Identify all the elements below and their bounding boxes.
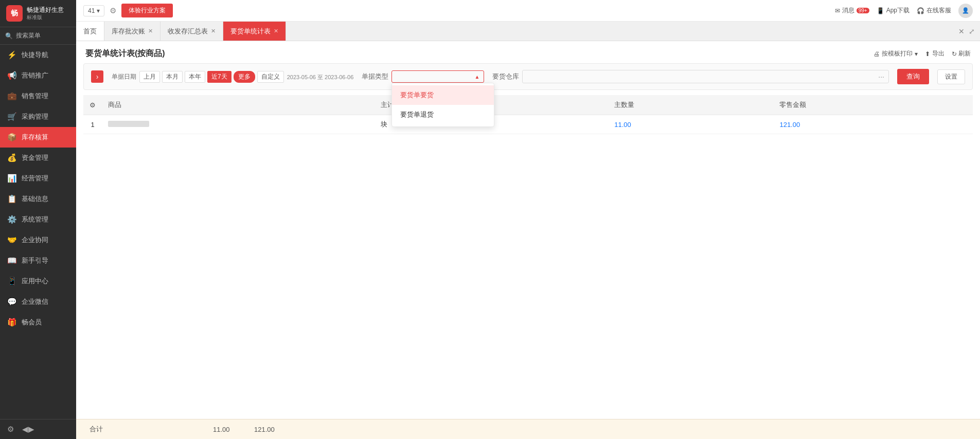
type-select[interactable]: ▲: [391, 70, 484, 83]
avatar-img: 👤: [962, 7, 969, 14]
date-btn-more[interactable]: 更多: [234, 71, 255, 83]
tab-receivables-close[interactable]: ✕: [211, 28, 216, 34]
app-logo: 畅 畅捷通好生意 标准版: [0, 0, 76, 27]
sales-icon: 💼: [7, 92, 16, 101]
wechat-icon: 💬: [7, 297, 16, 306]
set-button[interactable]: 设置: [937, 69, 965, 84]
refresh-button[interactable]: ↻ 刷新: [952, 49, 971, 58]
sidebar-label-operations: 经营管理: [22, 174, 48, 183]
date-btn-this-year[interactable]: 本年: [185, 71, 205, 83]
sidebar-label-inventory: 库存核算: [22, 133, 48, 142]
sidebar-item-inventory[interactable]: 📦 库存核算: [0, 127, 76, 148]
date-filter-group: 单据日期 上月 本月 本年 近7天 更多 自定义 2023-05-06 至 20…: [112, 71, 353, 83]
sidebar-item-enterprise[interactable]: 🤝 企业协同: [0, 230, 76, 250]
bottom-settings-icon[interactable]: ⚙: [7, 425, 14, 434]
logo-title: 畅捷通好生意: [27, 6, 64, 14]
row-amount: 121.00: [773, 115, 973, 134]
data-table-container: ⚙ 商品 主计量单位 主数量 零售金额 1 块: [83, 95, 973, 419]
row-product: [102, 115, 375, 134]
online-service-button[interactable]: 🎧 在线客服: [917, 6, 951, 15]
refresh-label: 刷新: [958, 49, 971, 58]
finance-icon: 💰: [7, 153, 16, 162]
logo-subtitle: 标准版: [27, 14, 64, 21]
sidebar-item-finance[interactable]: 💰 资金管理: [0, 148, 76, 168]
search-menu[interactable]: 🔍 搜索菜单: [0, 27, 76, 45]
type-select-input[interactable]: [396, 73, 472, 80]
sidebar-item-operations[interactable]: 📊 经营管理: [0, 168, 76, 189]
filter-toggle-button[interactable]: ›: [91, 70, 103, 83]
operations-icon: 📊: [7, 174, 16, 183]
tabs-expand-icon[interactable]: ⤢: [968, 26, 976, 36]
collapse-icon[interactable]: ◀▶: [22, 425, 34, 434]
app-center-icon: 📱: [7, 277, 16, 286]
tab-receivables-summary[interactable]: 收发存汇总表 ✕: [161, 22, 223, 41]
date-btn-last-7days[interactable]: 近7天: [207, 71, 231, 83]
sidebar-item-sales[interactable]: 💼 销售管理: [0, 86, 76, 106]
message-icon: ✉: [835, 7, 840, 14]
date-btn-custom[interactable]: 自定义: [257, 71, 284, 83]
tab-order-summary[interactable]: 要货单统计表 ✕: [223, 22, 286, 41]
sidebar-label-system: 系统管理: [22, 215, 48, 224]
store-selector[interactable]: 41 ▾: [83, 5, 104, 16]
main-area: 41 ▾ ⚙ 体验行业方案 ✉ 消息 99+ 📱 App下载 🎧 在线客服 👤: [76, 0, 980, 439]
inventory-icon: 📦: [7, 133, 16, 142]
export-button[interactable]: ⬆ 导出: [925, 49, 945, 58]
search-icon: 🔍: [5, 32, 13, 40]
tab-order-close[interactable]: ✕: [274, 28, 278, 34]
sidebar-nav: ⚡ 快捷导航 📢 营销推广 💼 销售管理 🛒 采购管理 📦 库存核算 💰 资金管…: [0, 45, 76, 419]
th-quantity: 主数量: [608, 95, 773, 115]
tab-home-label: 首页: [83, 27, 97, 36]
tabs-bar: 首页 库存批次账 ✕ 收发存汇总表 ✕ 要货单统计表 ✕ ✕ ⤢: [76, 22, 980, 41]
query-button[interactable]: 查询: [897, 69, 929, 84]
messages-button[interactable]: ✉ 消息 99+: [835, 6, 869, 15]
sidebar-item-guide[interactable]: 📖 新手引导: [0, 250, 76, 271]
trial-button[interactable]: 体验行业方案: [121, 4, 173, 17]
sidebar-label-purchase: 采购管理: [22, 112, 48, 121]
type-filter-group: 单据类型 ▲ 要货单要货 要货单退货: [362, 70, 484, 83]
topbar: 41 ▾ ⚙ 体验行业方案 ✉ 消息 99+ 📱 App下载 🎧 在线客服 👤: [76, 0, 980, 22]
sidebar-item-system[interactable]: ⚙️ 系统管理: [0, 209, 76, 230]
row-index: 1: [83, 115, 102, 134]
page-header: 要货单统计表(按商品) 🖨 按模板打印 ▾ ⬆ 导出 ↻ 刷新: [76, 41, 980, 63]
table-body: 1 块 11.00 121.00: [83, 115, 973, 134]
dropdown-item-order-return[interactable]: 要货单退货: [392, 105, 494, 124]
sidebar-item-marketing[interactable]: 📢 营销推广: [0, 65, 76, 86]
enterprise-icon: 🤝: [7, 235, 16, 245]
logo-icon: 畅: [6, 5, 23, 22]
warehouse-more-icon[interactable]: ···: [878, 72, 884, 81]
sidebar-item-membership[interactable]: 🎁 畅会员: [0, 312, 76, 333]
tab-home[interactable]: 首页: [76, 22, 104, 41]
th-amount: 零售金额: [773, 95, 973, 115]
sidebar-label-quick-nav: 快捷导航: [22, 50, 48, 60]
tabs-actions: ✕ ⤢: [953, 22, 980, 41]
user-avatar[interactable]: 👤: [958, 4, 973, 18]
page-actions: 🖨 按模板打印 ▾ ⬆ 导出 ↻ 刷新: [874, 49, 971, 58]
refresh-icon: ↻: [952, 50, 957, 58]
sidebar-item-quick-nav[interactable]: ⚡ 快捷导航: [0, 45, 76, 65]
sidebar-item-app-center[interactable]: 📱 应用中心: [0, 271, 76, 291]
chevron-right-icon: ›: [96, 72, 99, 81]
table-header-row: ⚙ 商品 主计量单位 主数量 零售金额: [83, 95, 973, 115]
tab-inventory-batch-close[interactable]: ✕: [148, 28, 153, 34]
date-buttons: 上月 本月 本年 近7天 更多 自定义: [139, 71, 284, 83]
warehouse-select[interactable]: ···: [522, 70, 889, 83]
sidebar-item-purchase[interactable]: 🛒 采购管理: [0, 106, 76, 127]
th-settings[interactable]: ⚙: [83, 95, 102, 115]
print-template-button[interactable]: 🖨 按模板打印 ▾: [874, 49, 918, 58]
messages-label: 消息: [842, 6, 854, 15]
tabs-close-all-icon[interactable]: ✕: [957, 26, 966, 36]
sidebar-item-wechat[interactable]: 💬 企业微信: [0, 291, 76, 312]
date-btn-this-month[interactable]: 本月: [162, 71, 183, 83]
type-dropdown-menu: 要货单要货 要货单退货: [391, 83, 494, 127]
date-btn-last-month[interactable]: 上月: [139, 71, 160, 83]
topbar-settings-icon[interactable]: ⚙: [110, 6, 116, 15]
sidebar-item-basic-info[interactable]: 📋 基础信息: [0, 189, 76, 209]
app-download-label: App下载: [886, 6, 910, 15]
store-name: 41: [88, 7, 95, 14]
sidebar-label-wechat: 企业微信: [22, 297, 48, 306]
sidebar-label-basic-info: 基础信息: [22, 194, 48, 204]
tab-inventory-batch[interactable]: 库存批次账 ✕: [104, 22, 161, 41]
tab-receivables-label: 收发存汇总表: [168, 27, 208, 36]
app-download-button[interactable]: 📱 App下载: [877, 6, 910, 15]
dropdown-item-order-goods[interactable]: 要货单要货: [392, 85, 494, 105]
